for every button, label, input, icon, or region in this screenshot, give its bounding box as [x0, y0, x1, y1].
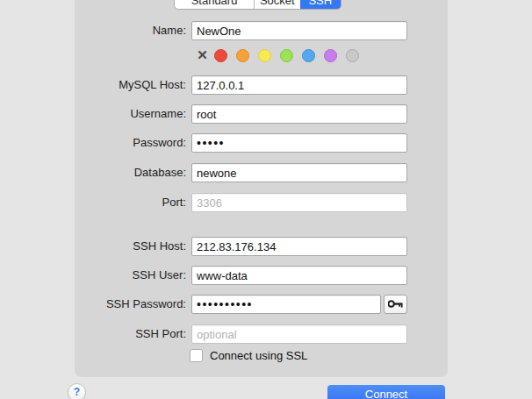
username-input[interactable] — [191, 104, 407, 124]
connection-dialog: Standard Socket SSH Name: ✕ MySQL Host: … — [0, 0, 532, 399]
name-input[interactable] — [191, 21, 407, 40]
ssh-host-label: SSH Host: — [75, 239, 186, 253]
database-label: Database: — [75, 166, 186, 180]
clear-color-icon[interactable]: ✕ — [195, 47, 210, 62]
ssh-password-input[interactable] — [191, 295, 381, 314]
ssh-port-input[interactable] — [191, 324, 407, 344]
help-button[interactable]: ? — [68, 383, 86, 399]
database-input[interactable] — [191, 163, 407, 182]
color-swatch-yellow[interactable] — [258, 49, 271, 62]
mysql-host-label: MySQL Host: — [75, 78, 186, 92]
ssh-key-file-button[interactable] — [384, 295, 407, 314]
connect-button[interactable]: Connect — [327, 385, 445, 399]
port-label: Port: — [75, 196, 186, 210]
color-swatch-green[interactable] — [280, 49, 293, 62]
color-swatch-gray[interactable] — [346, 49, 359, 62]
ssh-user-label: SSH User: — [75, 268, 186, 282]
color-swatch-purple[interactable] — [324, 49, 337, 62]
port-input[interactable] — [191, 193, 407, 212]
tab-standard[interactable]: Standard — [175, 0, 254, 9]
key-icon — [388, 298, 403, 311]
color-swatch-red[interactable] — [214, 49, 227, 62]
password-label: Password: — [75, 136, 186, 150]
ssh-password-label: SSH Password: — [75, 297, 186, 311]
password-input[interactable] — [191, 133, 407, 153]
ssl-checkbox[interactable] — [190, 349, 203, 362]
ssl-checkbox-label[interactable]: Connect using SSL — [210, 349, 307, 362]
tab-socket[interactable]: Socket — [254, 0, 299, 9]
mysql-host-input[interactable] — [191, 75, 407, 95]
name-label: Name: — [75, 24, 186, 38]
ssh-port-label: SSH Port: — [75, 327, 186, 341]
username-label: Username: — [75, 107, 186, 121]
connection-type-tabs: Standard Socket SSH — [174, 0, 341, 10]
color-swatch-blue[interactable] — [302, 49, 315, 62]
ssh-user-input[interactable] — [191, 266, 407, 285]
color-swatch-orange[interactable] — [236, 49, 249, 62]
tab-ssh[interactable]: SSH — [300, 0, 341, 9]
ssh-host-input[interactable] — [191, 237, 407, 256]
